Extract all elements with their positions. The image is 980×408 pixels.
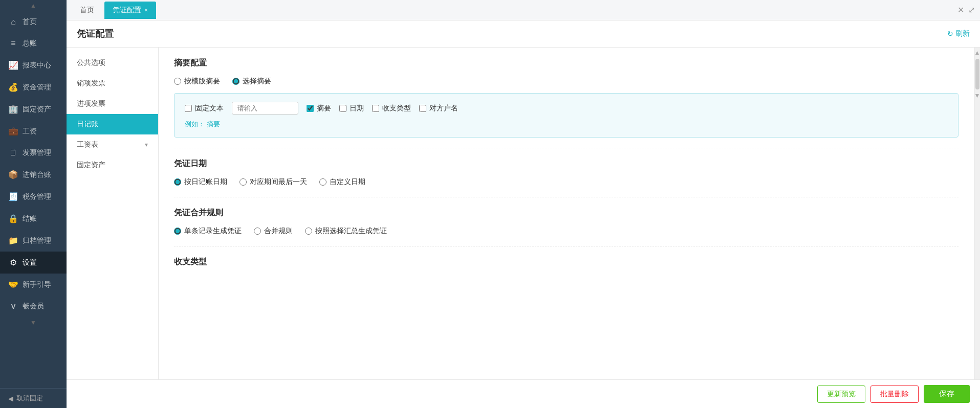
vip-icon: V xyxy=(8,303,18,310)
radio-single-record[interactable]: 单条记录生成凭证 xyxy=(174,226,242,236)
update-preview-button[interactable]: 更新预览 xyxy=(817,386,865,403)
date-section-title: 凭证日期 xyxy=(174,158,959,169)
window-resize-button[interactable]: ⤢ xyxy=(968,5,975,15)
tax-icon: 🧾 xyxy=(8,192,18,201)
chevron-down-icon: ▾ xyxy=(145,141,148,148)
sidebar-scroll-down[interactable]: ▼ xyxy=(0,317,67,328)
close-accounts-icon: 🔒 xyxy=(8,214,18,223)
merge-section-title: 凭证合并规则 xyxy=(174,208,959,218)
report-icon: 📈 xyxy=(8,60,18,70)
checkbox-income-type[interactable]: 收支类型 xyxy=(372,104,411,113)
guide-icon: 🤝 xyxy=(8,280,18,289)
sidebar-item-settings[interactable]: ⚙ 设置 xyxy=(0,252,67,274)
merge-section: 凭证合并规则 单条记录生成凭证 合并规则 按照选择汇总生成凭证 xyxy=(174,208,959,246)
radio-journal-date-input[interactable] xyxy=(174,178,181,186)
invoice-icon: 🗒 xyxy=(8,148,18,157)
sidebar-item-report[interactable]: 📈 报表中心 xyxy=(0,54,67,76)
funds-icon: 💰 xyxy=(8,82,18,92)
sidebar-item-guide[interactable]: 🤝 新手引导 xyxy=(0,274,67,296)
scroll-down-arrow[interactable]: ▼ xyxy=(972,90,980,101)
date-section: 凭证日期 按日记账日期 对应期间最后一天 自定义日期 xyxy=(174,158,959,197)
scroll-thumb[interactable] xyxy=(975,59,979,89)
assets-icon: 🏢 xyxy=(8,104,18,114)
income-type-section-title: 收支类型 xyxy=(174,257,959,267)
sidebar-item-assets[interactable]: 🏢 固定资产 xyxy=(0,98,67,120)
sidebar-item-close[interactable]: 🔒 结账 xyxy=(0,208,67,230)
nav-item-purchase-invoice[interactable]: 进项发票 xyxy=(67,94,158,114)
sidebar-item-archive[interactable]: 📁 归档管理 xyxy=(0,230,67,252)
sidebar-pin-toggle[interactable]: ◀ 取消固定 xyxy=(0,388,67,408)
refresh-icon: ↻ xyxy=(947,30,953,38)
radio-single-input[interactable] xyxy=(174,228,181,235)
sidebar-item-payroll[interactable]: 💼 工资 xyxy=(0,120,67,142)
nav-item-public[interactable]: 公共选项 xyxy=(67,53,158,73)
page-header: 凭证配置 ↻ 刷新 xyxy=(67,20,980,48)
sidebar-item-invoice[interactable]: 🗒 发票管理 xyxy=(0,142,67,164)
scroll-up-arrow[interactable]: ▲ xyxy=(972,48,980,58)
radio-template-abstract[interactable]: 按模版摘要 xyxy=(174,77,220,86)
sidebar-item-ledger[interactable]: ≡ 总账 xyxy=(0,33,67,54)
checkbox-counterpart-input[interactable] xyxy=(419,105,426,112)
merge-radio-group: 单条记录生成凭证 合并规则 按照选择汇总生成凭证 xyxy=(174,226,959,236)
nav-item-journal[interactable]: 日记账 xyxy=(67,114,158,134)
income-type-section: 收支类型 xyxy=(174,257,959,286)
sidebar-scroll-up[interactable]: ▲ xyxy=(0,0,67,11)
save-button[interactable]: 保存 xyxy=(924,385,970,403)
radio-custom-date[interactable]: 自定义日期 xyxy=(319,177,365,187)
content-wrapper: 公共选项 销项发票 进项发票 日记账 工资表 ▾ 固定资产 摘要配置 xyxy=(67,48,980,379)
main-area: 首页 凭证配置 × ✕ ⤢ 凭证配置 ↻ 刷新 公共选项 销项发票 进 xyxy=(67,0,980,408)
checkbox-income-type-input[interactable] xyxy=(372,105,379,112)
abstract-example: 例如： 摘要 xyxy=(185,120,948,129)
right-content: 摘要配置 按模版摘要 选择摘要 固定文本 xyxy=(159,48,974,379)
abstract-radio-group: 按模版摘要 选择摘要 xyxy=(174,77,959,86)
sidebar-item-sales[interactable]: 📦 进销台账 xyxy=(0,164,67,186)
archive-icon: 📁 xyxy=(8,236,18,245)
radio-merge-input[interactable] xyxy=(254,228,261,235)
radio-template-input[interactable] xyxy=(174,78,181,85)
checkbox-date[interactable]: 日期 xyxy=(339,104,364,113)
date-radio-group: 按日记账日期 对应期间最后一天 自定义日期 xyxy=(174,177,959,187)
refresh-button[interactable]: ↻ 刷新 xyxy=(947,29,970,38)
bottom-action-bar: 更新预览 批量删除 保存 xyxy=(67,379,980,408)
fixed-text-input[interactable] xyxy=(232,102,298,115)
tab-home[interactable]: 首页 xyxy=(72,2,102,19)
sidebar-item-home[interactable]: ⌂ 首页 xyxy=(0,11,67,33)
radio-select-abstract[interactable]: 选择摘要 xyxy=(232,77,271,86)
checkbox-date-input[interactable] xyxy=(339,105,346,112)
sidebar-item-vip[interactable]: V 畅会员 xyxy=(0,296,67,317)
tab-close-button[interactable]: × xyxy=(144,7,148,14)
pin-icon: ◀ xyxy=(8,395,13,402)
checkbox-abstract-input[interactable] xyxy=(307,105,314,112)
window-close-button[interactable]: ✕ xyxy=(957,5,964,15)
abstract-section-title: 摘要配置 xyxy=(174,58,959,69)
abstract-config-box: 固定文本 摘要 日期 收支类型 xyxy=(174,93,959,138)
radio-select-merge[interactable]: 按照选择汇总生成凭证 xyxy=(305,226,387,236)
tab-controls: ✕ ⤢ xyxy=(957,5,975,15)
radio-merge-rule[interactable]: 合并规则 xyxy=(254,226,293,236)
radio-custom-date-input[interactable] xyxy=(319,178,326,186)
nav-item-fixed-assets[interactable]: 固定资产 xyxy=(67,155,158,175)
checkbox-counterpart[interactable]: 对方户名 xyxy=(419,104,458,113)
radio-select-input[interactable] xyxy=(232,78,239,85)
sales-icon: 📦 xyxy=(8,170,18,179)
checkbox-abstract[interactable]: 摘要 xyxy=(307,104,331,113)
nav-item-sales-invoice[interactable]: 销项发票 xyxy=(67,73,158,94)
batch-delete-button[interactable]: 批量删除 xyxy=(870,386,919,403)
payroll-icon: 💼 xyxy=(8,126,18,136)
radio-last-day-input[interactable] xyxy=(239,178,247,186)
radio-journal-date[interactable]: 按日记账日期 xyxy=(174,177,227,187)
home-icon: ⌂ xyxy=(8,17,18,27)
checkbox-fixed-text-input[interactable] xyxy=(185,105,192,112)
scroll-track: ▲ ▼ xyxy=(974,48,980,379)
radio-last-day[interactable]: 对应期间最后一天 xyxy=(239,177,307,187)
page-title: 凭证配置 xyxy=(77,28,114,40)
nav-item-payroll-table[interactable]: 工资表 ▾ xyxy=(67,134,158,155)
abstract-section: 摘要配置 按模版摘要 选择摘要 固定文本 xyxy=(174,58,959,148)
tab-voucher-config[interactable]: 凭证配置 × xyxy=(104,2,156,19)
settings-icon: ⚙ xyxy=(8,258,18,267)
sidebar-item-tax[interactable]: 🧾 税务管理 xyxy=(0,186,67,208)
sidebar-item-funds[interactable]: 💰 资金管理 xyxy=(0,76,67,98)
radio-select-merge-input[interactable] xyxy=(305,228,312,235)
checkbox-fixed-text[interactable]: 固定文本 xyxy=(185,104,224,113)
left-nav: 公共选项 销项发票 进项发票 日记账 工资表 ▾ 固定资产 xyxy=(67,48,159,379)
